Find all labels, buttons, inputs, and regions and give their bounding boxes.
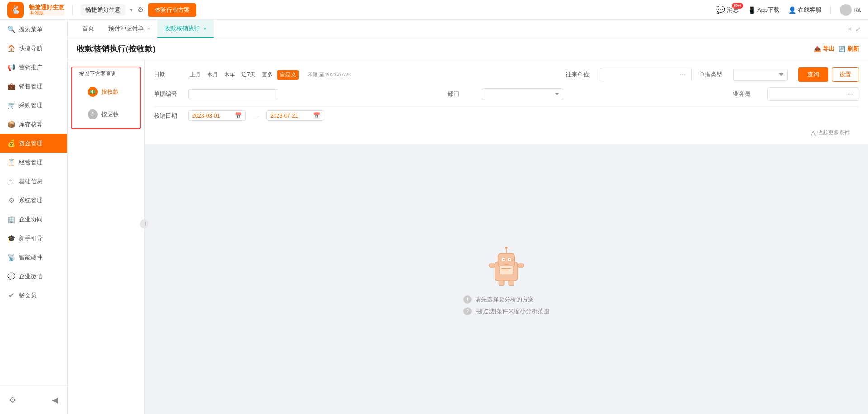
sidebar-item-member[interactable]: ✔ 畅会员 — [0, 286, 67, 305]
tab-prepay[interactable]: 预付冲应付单 × — [101, 20, 157, 38]
svg-rect-12 — [500, 266, 513, 275]
sidebar-item-inventory[interactable]: 📦 库存核算 — [0, 115, 67, 134]
online-service-btn[interactable]: 👤 在线客服 — [788, 6, 821, 14]
staff-input[interactable] — [771, 91, 844, 97]
writeoff-date-start-input[interactable] — [192, 113, 233, 119]
sidebar-item-operation[interactable]: 📋 经营管理 — [0, 153, 67, 172]
workspace-title[interactable]: 畅捷通好生意 — [81, 4, 125, 16]
export-btn[interactable]: 📤 导出 — [814, 45, 835, 53]
collapse-more-btn[interactable]: ⋀ 收起更多条件 — [154, 126, 859, 137]
app-label: App下载 — [757, 6, 779, 14]
service-label: 在线客服 — [798, 6, 821, 14]
sidebar-item-system[interactable]: ⚙ 系统管理 — [0, 191, 67, 210]
refresh-btn[interactable]: 🔄 刷新 — [838, 45, 859, 53]
svg-rect-9 — [518, 264, 524, 267]
date-7days[interactable]: 近7天 — [240, 70, 257, 80]
export-label: 导出 — [823, 45, 835, 53]
sidebar-label-member: 畅会员 — [19, 291, 37, 300]
query-form: 日期 上月 本月 本年 近7天 更多 自定义 不限 至 2023-07-26 — [145, 60, 868, 144]
voucher-type-label: 单据类型 — [699, 71, 726, 79]
partner-input[interactable] — [604, 71, 676, 78]
tab-prepay-close-icon[interactable]: × — [147, 26, 150, 31]
search-icon: 🔍 — [7, 25, 15, 33]
empty-tip-2-text: 用[过滤]条件来缩小分析范围 — [475, 307, 549, 315]
doc-no-label: 单据编号 — [154, 90, 181, 98]
date-more[interactable]: 更多 — [260, 70, 274, 80]
user-avatar — [840, 4, 852, 16]
sales-icon: 💼 — [7, 82, 15, 90]
doc-no-input[interactable] — [192, 91, 274, 97]
query-btn[interactable]: 查询 — [798, 67, 828, 82]
page-title-text: 收款核销执行(按收款) — [77, 43, 156, 54]
staff-dots-icon[interactable]: ··· — [845, 89, 855, 99]
writeoff-date-start-wrap: 📅 — [188, 110, 246, 121]
enterprise-icon: 🏢 — [7, 215, 15, 224]
sidebar-item-nav[interactable]: 🏠 快捷导航 — [0, 39, 67, 58]
writeoff-end-cal-icon[interactable]: 📅 — [313, 112, 320, 119]
svg-point-4 — [503, 259, 504, 260]
sidebar-item-marketing[interactable]: 📢 营销推广 — [0, 58, 67, 77]
message-btn[interactable]: 💬 消息 99+ — [716, 5, 739, 14]
empty-tip-2: 2 用[过滤]条件来缩小分析范围 — [463, 307, 549, 315]
sidebar-collapse-btn[interactable]: ◀ — [48, 391, 62, 409]
svg-rect-10 — [499, 280, 504, 286]
tab-expand-icon[interactable]: ⤢ — [855, 25, 861, 33]
tab-writeoff-close-icon[interactable]: × — [203, 26, 206, 31]
receipt-icon: 💵 — [88, 87, 98, 97]
wechat-icon: 💬 — [7, 272, 15, 281]
filter-by-receipt[interactable]: 💵 按收款 — [79, 82, 133, 101]
finance-icon: 💰 — [7, 139, 15, 148]
sidebar-label-sales: 销售管理 — [19, 82, 42, 90]
sidebar-label-search: 搜索菜单 — [19, 25, 42, 33]
filter-by-receivable[interactable]: ⏱ 按应收 — [79, 105, 133, 124]
sidebar-label-operation: 经营管理 — [19, 158, 42, 167]
sidebar-item-basic[interactable]: 🗂 基础信息 — [0, 172, 67, 191]
sidebar-item-wechat[interactable]: 💬 企业微信 — [0, 267, 67, 286]
setting-btn[interactable]: 设置 — [832, 67, 859, 82]
dept-label: 部门 — [448, 90, 475, 98]
user-profile-btn[interactable]: Rit — [840, 4, 861, 16]
filter-panel-title: 按以下方案查询 — [79, 70, 133, 78]
tab-home-label: 首页 — [82, 24, 94, 33]
sidebar-item-guide[interactable]: 🎓 新手引导 — [0, 229, 67, 248]
date-last-month[interactable]: 上月 — [188, 70, 203, 80]
writeoff-start-cal-icon[interactable]: 📅 — [235, 112, 242, 119]
svg-rect-1 — [498, 253, 515, 267]
partner-input-wrap: ··· — [600, 68, 692, 81]
tab-home[interactable]: 首页 — [75, 20, 101, 38]
sidebar-item-purchase[interactable]: 🛒 采购管理 — [0, 96, 67, 115]
sidebar-item-hardware[interactable]: 📡 智能硬件 — [0, 248, 67, 267]
writeoff-date-end-input[interactable] — [270, 113, 311, 119]
query-section: 日期 上月 本月 本年 近7天 更多 自定义 不限 至 2023-07-26 — [145, 60, 868, 414]
empty-tip-1-text: 请先选择要分析的方案 — [475, 295, 534, 304]
workspace-chevron-icon[interactable]: ▾ — [130, 6, 133, 13]
member-icon: ✔ — [7, 291, 15, 300]
sidebar-bottom: ⚙ ◀ — [0, 385, 67, 414]
filter-collapse-btn[interactable]: 《 — [140, 219, 149, 228]
dept-select[interactable] — [482, 88, 563, 100]
tab-close-all-icon[interactable]: × — [848, 25, 852, 33]
logo-icon: 🐇 — [7, 2, 24, 18]
top-bar: 🐇 畅捷通好生意 标准版 畅捷通好生意 ▾ ⚙ 体验行业方案 💬 消息 99+ … — [0, 0, 868, 20]
sidebar-label-hardware: 智能硬件 — [19, 253, 42, 262]
sidebar-item-sales[interactable]: 💼 销售管理 — [0, 77, 67, 96]
date-shortcuts: 上月 本月 本年 近7天 更多 自定义 — [188, 70, 299, 80]
sidebar-item-enterprise[interactable]: 🏢 企业协同 — [0, 210, 67, 229]
date-this-year[interactable]: 本年 — [222, 70, 237, 80]
date-this-month[interactable]: 本月 — [205, 70, 220, 80]
sidebar-label-finance: 资金管理 — [19, 139, 42, 148]
voucher-type-select[interactable] — [733, 69, 788, 81]
sidebar-settings-btn[interactable]: ⚙ — [5, 391, 20, 409]
sidebar-item-finance[interactable]: 💰 资金管理 — [0, 134, 67, 153]
content-area: 按以下方案查询 💵 按收款 ⏱ 按应收 《 — [68, 60, 868, 414]
sidebar-label-system: 系统管理 — [19, 196, 42, 205]
industry-btn[interactable]: 体验行业方案 — [148, 3, 196, 17]
partner-dots-icon[interactable]: ··· — [678, 70, 688, 80]
date-custom[interactable]: 自定义 — [277, 70, 299, 80]
svg-point-5 — [509, 259, 510, 260]
app-download-btn[interactable]: 📱 App下载 — [748, 6, 779, 14]
data-area: 1 请先选择要分析的方案 2 用[过滤]条件来缩小分析范围 — [145, 144, 868, 414]
settings-icon[interactable]: ⚙ — [137, 5, 144, 14]
sidebar-item-search[interactable]: 🔍 搜索菜单 — [0, 20, 67, 39]
tab-writeoff[interactable]: 收款核销执行 × — [157, 20, 213, 38]
